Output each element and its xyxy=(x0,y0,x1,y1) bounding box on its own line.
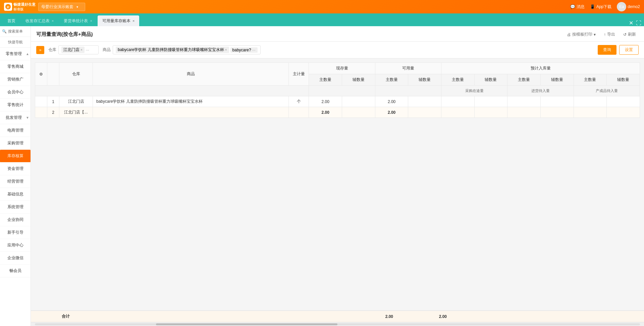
sidebar-item-ops[interactable]: 经营管理 xyxy=(0,175,31,188)
th-available-aux: 辅数量 xyxy=(408,74,441,86)
product-filter-field[interactable]: babycare学饮杯 儿童防摔防撞吸管杯重力球吸嘴杯宝宝水杯 × babyca… xyxy=(113,45,261,54)
sidebar-item-retail[interactable]: 零售管理 ▲ xyxy=(0,48,31,60)
product-tag1-remove-icon[interactable]: × xyxy=(225,48,227,52)
message-button[interactable]: 💬 消息 xyxy=(570,4,585,10)
logo-text-group: 畅捷通好生意 标准版 xyxy=(13,2,36,12)
app-download-button[interactable]: 📱 App下载 xyxy=(590,4,611,10)
sidebar-search[interactable]: 🔍 搜索菜单 xyxy=(0,26,31,37)
sidebar-retail-label: 零售管理 xyxy=(1,51,26,57)
sidebar-inventory-mgmt-label: 库存核算 xyxy=(1,153,29,159)
row1-purchase-aux xyxy=(474,96,507,107)
industry-selector[interactable]: 母婴行业演示账套 ▾ xyxy=(38,3,85,11)
warehouse-filter-tag: 江北门店 × xyxy=(61,47,85,53)
sidebar-newbie-label: 新手引导 xyxy=(1,230,29,235)
row2-incoming-aux xyxy=(540,107,574,118)
sidebar-item-marketing[interactable]: 营销推广 xyxy=(0,73,31,86)
row1-unit: 个 xyxy=(289,96,309,107)
sidebar-item-newbie[interactable]: 新手引导 xyxy=(0,226,31,239)
horizontal-scrollbar[interactable] xyxy=(31,322,644,326)
sidebar-item-wholesale[interactable]: 批发管理 ▼ xyxy=(0,111,31,124)
print-button[interactable]: 🖨 按模板打印 ▾ xyxy=(564,30,598,39)
close-all-tabs-icon[interactable]: ✕ xyxy=(629,20,633,26)
sidebar-system-label: 系统管理 xyxy=(1,204,29,210)
warehouse-filter-group: 仓库 江北门店 × ··· xyxy=(48,45,99,54)
row1-purchase-main xyxy=(441,96,475,107)
sidebar-item-collab[interactable]: 企业协同 xyxy=(0,214,31,226)
maximize-icon[interactable]: ⛶ xyxy=(636,20,641,26)
tab-order-label: 要货单统计表 xyxy=(64,18,88,24)
sidebar-retail-mall-label: 零售商城 xyxy=(1,64,29,69)
user-area[interactable]: Ea demo2 xyxy=(617,2,640,11)
sidebar-item-retail-mall[interactable]: 零售商城 xyxy=(0,60,31,73)
setting-button[interactable]: 设置 xyxy=(619,45,639,55)
data-table: ⚙ 仓库 商品 主计量 现存量 可用量 预计入库量 主数量 辅数量 主数量 xyxy=(35,62,640,118)
th-stock-main: 主数量 xyxy=(309,74,342,86)
table-footer: 合计 2.00 2.00 xyxy=(31,310,644,322)
th-no xyxy=(47,63,59,86)
row1-production-aux xyxy=(607,96,640,107)
query-button[interactable]: 查询 xyxy=(598,45,616,55)
row2-no: 2 xyxy=(47,107,59,118)
warehouse-filter-field[interactable]: 江北门店 × ··· xyxy=(58,45,99,54)
row1-production-main xyxy=(574,96,607,107)
sidebar-item-appstore[interactable]: 应用中心 xyxy=(0,239,31,252)
print-label: 按模板打印 xyxy=(572,32,592,37)
tab-inventory[interactable]: 可用量库存账本 × xyxy=(98,15,139,26)
export-label: 导出 xyxy=(607,32,615,37)
sidebar-item-member[interactable]: 会员中心 xyxy=(0,86,31,99)
table-container: ⚙ 仓库 商品 主计量 现存量 可用量 预计入库量 主数量 辅数量 主数量 xyxy=(31,58,644,310)
logo-icon: 好 xyxy=(4,3,12,11)
export-button[interactable]: ↑ 导出 xyxy=(601,30,618,39)
th-purchase-group-label: 采购在途量 xyxy=(441,86,507,96)
product-filter-tag1: babycare学饮杯 儿童防摔防撞吸管杯重力球吸嘴杯宝宝水杯 × xyxy=(116,47,229,53)
tab-income[interactable]: 收发存汇总表 × xyxy=(21,15,58,26)
filter-expand-icon: » xyxy=(39,48,42,52)
tab-income-close-icon[interactable]: × xyxy=(52,19,54,23)
warehouse-tag-remove-icon[interactable]: × xyxy=(80,48,83,52)
scroll-thumb[interactable] xyxy=(156,323,337,325)
refresh-button[interactable]: ↺ 刷新 xyxy=(621,30,639,39)
row2-stock-aux xyxy=(342,107,375,118)
warehouse-filter-more-icon[interactable]: ··· xyxy=(86,48,89,52)
tab-order[interactable]: 要货单统计表 × xyxy=(59,15,97,26)
sidebar-wholesale-label: 批发管理 xyxy=(1,115,26,121)
sidebar-item-system[interactable]: 系统管理 xyxy=(0,201,31,214)
sidebar-ops-label: 经营管理 xyxy=(1,179,29,184)
filter-toggle-button[interactable]: » xyxy=(36,46,44,54)
tab-inventory-label: 可用量库存账本 xyxy=(102,18,130,24)
settings-icon: ⚙ xyxy=(39,72,43,77)
row2-warehouse: 江北门店【... xyxy=(59,107,93,118)
product-tag-value2: babycare? xyxy=(232,48,251,52)
tab-home[interactable]: 首页 xyxy=(3,15,20,26)
logo-sub-text: 标准版 xyxy=(13,7,36,12)
sidebar-item-basic[interactable]: 基础信息 xyxy=(0,188,31,201)
footer-label: 合计 xyxy=(59,314,93,319)
row1-incoming-aux xyxy=(540,96,574,107)
sidebar-wechat-label: 企业微信 xyxy=(1,255,29,261)
tab-order-close-icon[interactable]: × xyxy=(90,19,92,23)
sidebar-finance-label: 资金管理 xyxy=(1,166,29,172)
sidebar: 🔍 搜索菜单 快捷导航 零售管理 ▲ 零售商城 营销推广 会员中心 零售统计 批… xyxy=(0,26,31,326)
sidebar-item-finance[interactable]: 资金管理 xyxy=(0,162,31,175)
sidebar-item-vip[interactable]: 畅会员 xyxy=(0,265,31,277)
th-purchase-main: 主数量 xyxy=(441,74,475,86)
sidebar-item-inventory-mgmt[interactable]: 库存核算 xyxy=(0,150,31,162)
page-header: 可用量查询(按仓库+商品) 🖨 按模板打印 ▾ ↑ 导出 ↺ 刷新 xyxy=(31,26,644,42)
sidebar-item-retail-stats[interactable]: 零售统计 xyxy=(0,99,31,111)
row2-available-main: 2.00 xyxy=(375,107,408,118)
sidebar-item-ecommerce[interactable]: 电商管理 xyxy=(0,124,31,137)
sidebar-item-purchase[interactable]: 采购管理 xyxy=(0,137,31,150)
search-icon: 🔍 xyxy=(2,29,7,34)
user-name: demo2 xyxy=(628,4,640,9)
th-production-main: 主数量 xyxy=(574,74,607,86)
scroll-track xyxy=(35,323,640,325)
sidebar-retail-arrow-icon: ▲ xyxy=(26,52,29,56)
tab-inventory-close-icon[interactable]: × xyxy=(132,19,135,23)
sidebar-quicknav[interactable]: 快捷导航 xyxy=(0,37,31,48)
sidebar-item-wechat[interactable]: 企业微信 xyxy=(0,252,31,265)
product-tag2-more-icon[interactable]: ··· xyxy=(252,48,256,52)
print-icon: 🖨 xyxy=(567,32,571,37)
product-filter-group: 商品 babycare学饮杯 儿童防摔防撞吸管杯重力球吸嘴杯宝宝水杯 × bab… xyxy=(103,45,261,54)
row1-incoming-main xyxy=(507,96,541,107)
footer-stock-main: 2.00 xyxy=(372,314,398,319)
